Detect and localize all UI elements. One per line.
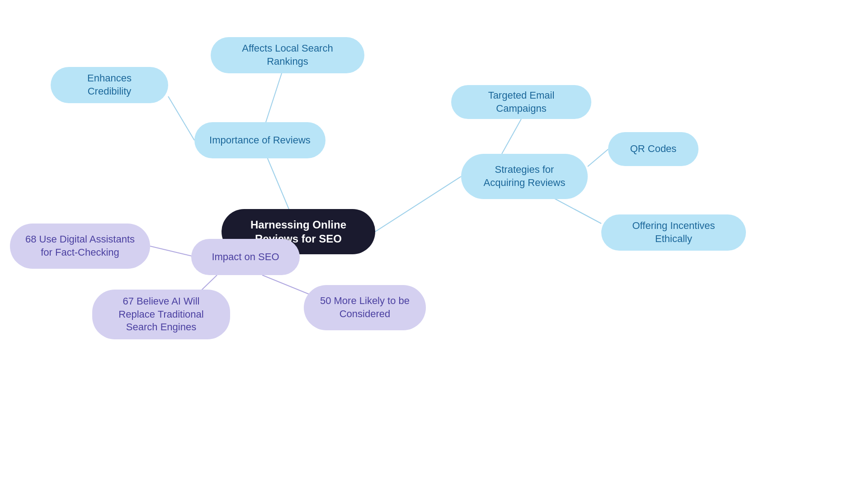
digital-assistants-node[interactable]: 68 Use Digital Assistants for Fact-Check… [10, 224, 150, 269]
more-likely-node[interactable]: 50 More Likely to be Considered [304, 285, 426, 330]
qr-codes-node[interactable]: QR Codes [608, 132, 698, 166]
believe-replace-node[interactable]: 67 Believe AI Will Replace Traditional S… [92, 290, 230, 339]
importance-of-reviews-node[interactable]: Importance of Reviews [194, 122, 326, 158]
mind-map: Harnessing Online Reviews for SEO Import… [0, 0, 868, 490]
svg-line-8 [150, 246, 196, 257]
strategies-node[interactable]: Strategies for Acquiring Reviews [461, 154, 588, 199]
svg-line-3 [375, 176, 461, 232]
targeted-email-node[interactable]: Targeted Email Campaigns [451, 85, 591, 119]
affects-local-node[interactable]: Affects Local Search Rankings [211, 37, 364, 73]
offering-incentives-node[interactable]: Offering Incentives Ethically [601, 214, 746, 251]
svg-line-5 [588, 149, 608, 167]
svg-line-4 [502, 119, 521, 154]
svg-line-2 [168, 96, 194, 140]
impact-on-seo-node[interactable]: Impact on SEO [191, 239, 300, 275]
enhances-credibility-node[interactable]: Enhances Credibility [51, 67, 168, 103]
